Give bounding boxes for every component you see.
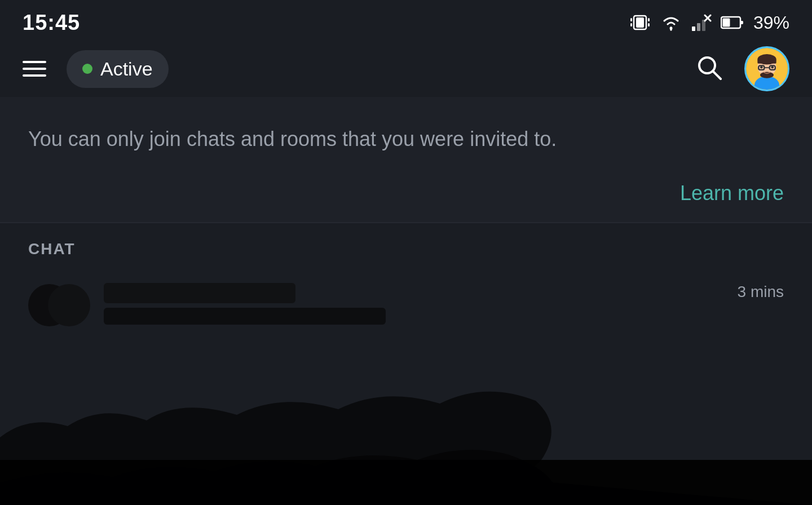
nav-bar: Active	[0, 41, 812, 97]
active-indicator-dot	[82, 64, 92, 74]
svg-point-25	[760, 66, 763, 69]
chat-list-item[interactable]: 3 mins	[28, 269, 784, 338]
chat-content	[104, 283, 724, 325]
svg-rect-8	[697, 23, 700, 31]
status-icons: 39%	[629, 12, 789, 33]
svg-rect-5	[648, 23, 650, 26]
info-message: You can only join chats and rooms that y…	[28, 125, 784, 153]
search-icon	[695, 53, 724, 82]
svg-rect-13	[722, 19, 730, 27]
chat-section-label: CHAT	[28, 240, 784, 258]
avatar-silhouette-2	[48, 284, 90, 326]
hand-silhouette-svg	[0, 370, 812, 505]
svg-line-16	[713, 71, 721, 79]
chat-message-redacted	[104, 308, 386, 325]
svg-point-6	[669, 27, 672, 30]
wifi-icon	[660, 12, 682, 33]
status-time: 15:45	[23, 11, 80, 35]
status-bar: 15:45 3	[0, 0, 812, 41]
nav-left: Active	[23, 50, 169, 88]
hamburger-line-1	[23, 61, 46, 63]
hamburger-line-2	[23, 68, 46, 70]
learn-more-row: Learn more	[0, 170, 812, 222]
info-banner: You can only join chats and rooms that y…	[0, 97, 812, 170]
svg-rect-14	[740, 21, 743, 24]
svg-point-27	[760, 72, 774, 78]
chat-name-area	[104, 283, 724, 303]
avatar-illustration	[746, 46, 788, 91]
battery-percentage: 39%	[753, 12, 789, 33]
hamburger-line-3	[23, 74, 46, 77]
svg-rect-28	[0, 460, 812, 505]
chat-avatars	[28, 278, 90, 329]
nav-right	[695, 46, 789, 91]
svg-rect-4	[630, 23, 632, 26]
search-button[interactable]	[695, 53, 724, 85]
svg-point-26	[771, 66, 774, 69]
privacy-overlay	[0, 370, 812, 505]
svg-rect-3	[648, 18, 650, 21]
user-avatar[interactable]	[744, 46, 789, 91]
chat-section: CHAT 3 mins	[0, 223, 812, 338]
battery-icon	[721, 12, 744, 33]
svg-rect-7	[692, 26, 695, 31]
active-status-pill[interactable]: Active	[67, 50, 169, 88]
chat-timestamp: 3 mins	[738, 278, 784, 301]
vibrate-icon	[629, 12, 651, 33]
no-signal-icon	[691, 12, 712, 33]
svg-rect-2	[630, 18, 632, 21]
svg-rect-21	[757, 59, 776, 63]
chat-name-redacted	[104, 283, 295, 303]
learn-more-link[interactable]: Learn more	[680, 181, 784, 205]
active-label: Active	[100, 58, 153, 80]
hamburger-menu[interactable]	[23, 61, 46, 77]
svg-rect-1	[636, 17, 644, 28]
